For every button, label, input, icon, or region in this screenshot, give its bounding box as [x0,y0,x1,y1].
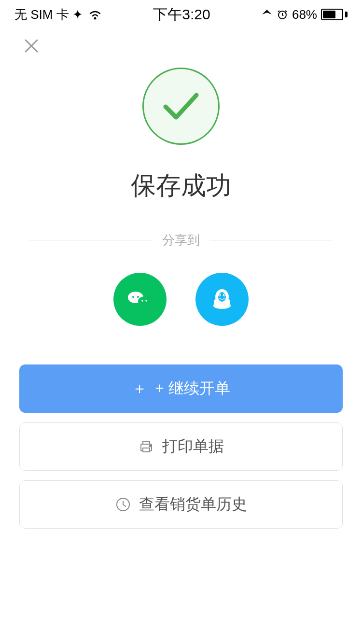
svg-point-15 [224,294,225,296]
svg-point-14 [219,294,221,296]
svg-point-6 [132,296,134,298]
svg-point-11 [218,292,226,302]
action-buttons: ＋ + 继续开单 打印单据 查看销货单历史 [0,364,362,529]
sim-text: 无 SIM 卡 ✦ [14,6,83,23]
printer-icon [138,438,154,455]
print-button[interactable]: 打印单据 [19,422,343,471]
share-divider: 分享到 [0,232,362,249]
svg-point-8 [141,300,143,302]
success-title: 保存成功 [131,169,231,203]
alarm-icon [277,9,288,20]
status-right: 68% [261,7,348,22]
history-label: 查看销货单历史 [139,494,247,515]
svg-rect-20 [143,448,150,452]
svg-point-9 [145,300,147,302]
svg-point-5 [138,296,151,306]
print-label: 打印单据 [162,436,224,457]
main-content: 保存成功 分享到 [0,29,362,529]
svg-point-7 [137,296,139,298]
battery-text: 68% [292,7,317,22]
status-time: 下午3:20 [153,5,210,25]
status-bar: 无 SIM 卡 ✦ 下午3:20 68% [0,0,362,29]
divider-right [209,240,333,240]
wifi-icon [88,9,102,20]
wechat-share-button[interactable] [113,273,167,326]
close-icon [23,37,40,55]
success-circle [142,68,220,145]
continue-button[interactable]: ＋ + 继续开单 [19,364,343,413]
location-icon [261,9,273,20]
share-icons [113,273,249,326]
wechat-icon [125,284,155,314]
qq-icon [207,284,237,314]
qq-share-button[interactable] [195,273,249,326]
checkmark-icon [162,89,200,123]
battery-icon [321,9,348,20]
divider-left [29,240,153,240]
history-button[interactable]: 查看销货单历史 [19,480,343,529]
svg-point-0 [94,17,96,20]
clock-icon [115,496,131,513]
svg-point-21 [150,446,151,447]
status-left: 无 SIM 卡 ✦ [14,6,102,23]
share-label: 分享到 [153,232,209,249]
continue-label: + 继续开单 [155,378,230,399]
plus-icon: ＋ [132,378,147,399]
svg-point-17 [214,299,219,307]
svg-point-18 [225,299,230,307]
close-button[interactable] [19,34,43,58]
